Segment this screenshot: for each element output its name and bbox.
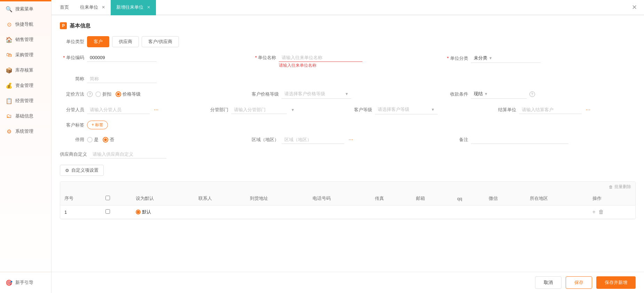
tab-home-label: 首页: [60, 4, 69, 10]
sidebar-item-finance[interactable]: 💰 资金管理: [0, 78, 51, 93]
remark-field: 备注: [444, 136, 636, 144]
row-actions: + 🗑: [592, 209, 631, 215]
department-label: 分管部门: [204, 107, 228, 113]
unit-code-label: 单位编码: [60, 55, 84, 61]
table-header-row: 🗑 批量删除: [60, 182, 635, 192]
search-icon: 🔍: [6, 6, 13, 13]
pricing-row: 定价方法 ? 折扣 价格等级 客户价格等级 请选择客户价格等级: [60, 89, 636, 99]
col-default: 设为默认: [132, 192, 194, 205]
region-input[interactable]: [282, 136, 344, 144]
settlement-input[interactable]: [519, 106, 582, 114]
unit-name-field: 单位名称 请输入往来单位名称: [252, 54, 443, 68]
sidebar-item-label: 采购管理: [15, 52, 33, 58]
add-tag-button[interactable]: + 标签: [87, 121, 108, 129]
abbr-input[interactable]: [87, 75, 157, 83]
customer-level-label: 客户等级: [348, 107, 372, 113]
sidebar-item-operations[interactable]: 📋 经营管理: [0, 93, 51, 108]
unit-type-buttons: 客户 供应商 客户/供应商: [87, 36, 179, 47]
batch-delete-label: 批量删除: [614, 184, 631, 190]
btn-supplier[interactable]: 供应商: [112, 36, 139, 47]
tab-partners-close[interactable]: ✕: [102, 5, 105, 10]
region-more-icon[interactable]: ···: [347, 137, 354, 143]
col-actions: 操作: [588, 192, 635, 205]
unit-type-label: 单位类型: [60, 39, 84, 45]
sidebar-item-label: 快捷导航: [15, 21, 33, 27]
manager-input[interactable]: [87, 106, 150, 114]
select-all-checkbox[interactable]: [105, 196, 110, 200]
row-checkbox[interactable]: [105, 209, 110, 214]
pricing-radio-group: 折扣 价格等级: [95, 91, 141, 97]
payment-terms-select[interactable]: 现结 ▼: [471, 89, 527, 99]
tab-home[interactable]: 首页: [54, 0, 74, 15]
sidebar-item-inventory[interactable]: 📦 库存核算: [0, 63, 51, 78]
cell-qq: [453, 205, 485, 219]
settlement-more-icon[interactable]: ···: [584, 107, 592, 113]
customer-level-select[interactable]: 请选择客户等级 ▼: [375, 105, 438, 114]
default-label: 默认: [142, 209, 151, 215]
delete-row-icon[interactable]: 🗑: [598, 209, 604, 215]
tab-partners[interactable]: 往来单位 ✕: [74, 0, 111, 15]
cancel-button[interactable]: 取消: [535, 276, 561, 289]
disabled-row: 停用 是 否 区域（地区） ··· 备注: [60, 136, 636, 144]
cell-region: [526, 205, 588, 219]
customer-price-level-select[interactable]: 请选择客户价格等级 ▼: [282, 89, 351, 99]
customer-level-placeholder: 请选择客户等级: [378, 106, 430, 113]
settings-gear-icon: ⚙: [65, 168, 69, 173]
sidebar-item-label: 系统管理: [15, 128, 33, 135]
unit-code-input[interactable]: [87, 54, 157, 62]
add-row-icon[interactable]: +: [592, 209, 596, 215]
tags-row: 客户标签 + 标签: [60, 121, 636, 129]
close-all-tabs-button[interactable]: ✕: [628, 3, 641, 11]
sidebar-bottom: 🎯 新手引导: [0, 272, 51, 293]
manager-label: 分管人员: [60, 107, 84, 113]
unit-category-select[interactable]: 未分类 ▼: [471, 54, 541, 63]
radio-yes-label: 是: [94, 137, 99, 143]
radio-yes[interactable]: 是: [87, 137, 99, 143]
sidebar-item-basic-info[interactable]: 🗂 基础信息: [0, 108, 51, 124]
category-arrow-icon: ▼: [489, 56, 493, 60]
department-input[interactable]: [231, 106, 287, 114]
finance-icon: 💰: [6, 82, 13, 89]
unit-type-field: 单位类型 客户 供应商 客户/供应商: [60, 36, 636, 47]
manager-more-icon[interactable]: ···: [152, 107, 160, 113]
abbr-row: 简称: [60, 75, 636, 83]
supplier-custom-input[interactable]: [90, 150, 166, 158]
unit-name-error: 请输入往来单位名称: [279, 63, 316, 68]
payment-terms-field: 收款条件 现结 ▼ ?: [444, 89, 636, 99]
region-field: 区域（地区） ···: [252, 136, 443, 144]
settlement-label: 结算单位: [492, 107, 516, 113]
btn-both[interactable]: 客户/供应商: [142, 36, 179, 47]
default-radio[interactable]: [136, 210, 141, 214]
btn-customer[interactable]: 客户: [87, 36, 109, 47]
content-area: P 基本信息 单位类型 客户 供应商 客户/供应商 单位编码 单位名称: [52, 15, 644, 272]
section-title-text: 基本信息: [70, 23, 91, 29]
radio-price-level[interactable]: 价格等级: [116, 91, 141, 97]
cell-actions: + 🗑: [588, 205, 635, 219]
operations-icon: 📋: [6, 97, 13, 104]
cell-address: [246, 205, 308, 219]
radio-no[interactable]: 否: [103, 137, 114, 143]
col-wechat: 微信: [485, 192, 526, 205]
batch-delete-button[interactable]: 🗑 批量删除: [609, 184, 631, 190]
sales-icon: 🏠: [6, 36, 13, 43]
sidebar-item-guide[interactable]: 🎯 新手引导: [0, 275, 51, 290]
custom-settings-button[interactable]: ⚙ 自定义项设置: [60, 165, 104, 176]
payment-help-icon[interactable]: ?: [529, 91, 535, 97]
sidebar: 🔍 搜索菜单 ⊙ 快捷导航 🏠 销售管理 🛍 采购管理 📦 库存核算 💰 资金管…: [0, 0, 52, 293]
sidebar-item-purchase[interactable]: 🛍 采购管理: [0, 47, 51, 63]
tab-new-partner[interactable]: 新增往来单位 ✕: [111, 0, 156, 15]
unit-name-input[interactable]: [279, 54, 362, 62]
unit-name-label: 单位名称: [252, 55, 276, 61]
sidebar-item-label: 库存核算: [15, 67, 33, 73]
remark-input[interactable]: [471, 136, 568, 144]
sidebar-item-quick-nav[interactable]: ⊙ 快捷导航: [0, 17, 51, 32]
sidebar-item-search[interactable]: 🔍 搜索菜单: [0, 1, 51, 17]
radio-discount[interactable]: 折扣: [95, 91, 111, 97]
pricing-help-icon[interactable]: ?: [87, 91, 93, 97]
save-and-new-button[interactable]: 保存并新增: [596, 276, 636, 289]
sidebar-item-sales[interactable]: 🏠 销售管理: [0, 32, 51, 47]
sidebar-item-system[interactable]: ⚙ 系统管理: [0, 124, 51, 139]
tab-new-partner-close[interactable]: ✕: [147, 5, 150, 10]
contact-table: 🗑 批量删除 序号 设为默认 联系人 到货地址 电话号码 传真 邮箱 qq: [60, 181, 636, 219]
save-button[interactable]: 保存: [566, 276, 592, 289]
